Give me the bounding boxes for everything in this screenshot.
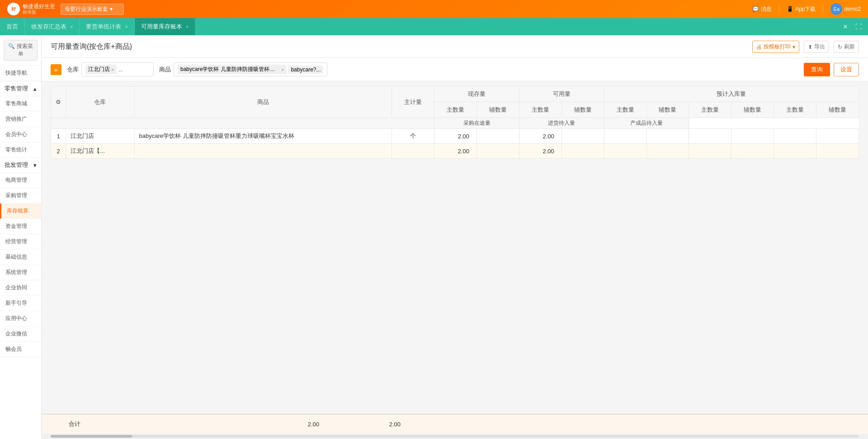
avatar: Ea — [830, 3, 842, 15]
search-menu-btn[interactable]: 🔍 搜索菜单 — [4, 40, 38, 61]
row1-purchase-main — [604, 129, 646, 144]
tab-inventory[interactable]: 可用量库存账本 × — [135, 18, 195, 35]
sidebar-item-newbie[interactable]: 新手引导 — [0, 296, 41, 311]
col-settings-header[interactable]: ⚙ — [51, 86, 66, 118]
chevron-down-icon: ▾ — [33, 162, 37, 169]
edition-label: 标准版 — [23, 9, 55, 15]
row2-product — [134, 144, 392, 159]
export-icon: ⬆ — [808, 44, 812, 50]
product-tag1: babycare学饮杯 儿童防摔防撞吸管杯重力球吸嘴杯宝宝水杯 × — [178, 65, 287, 74]
sidebar-item-system[interactable]: 系统管理 — [0, 265, 41, 280]
col-avail-sub-header: 辅数量 — [561, 102, 604, 118]
chevron-up-icon: ▴ — [33, 85, 37, 92]
col-avail-main-header: 主数量 — [519, 102, 561, 118]
row1-production-sub — [816, 129, 859, 144]
refresh-btn[interactable]: ↻ 刷新 — [834, 41, 859, 53]
close-receipts-icon[interactable]: × — [70, 24, 73, 29]
maximize-icon[interactable]: ⛶ — [853, 22, 864, 32]
row1-avail-sub — [561, 129, 604, 144]
sidebar-item-wholesale[interactable]: 批发管理 ▾ — [0, 158, 41, 173]
summary-table: 合计 2.00 2.00 — [51, 418, 859, 430]
col-current-stock-header: 现存量 — [434, 86, 519, 102]
scrollbar-thumb[interactable] — [51, 435, 132, 438]
close-inventory-icon[interactable]: × — [186, 24, 189, 29]
phone-icon: 📱 — [787, 6, 793, 12]
divider — [779, 5, 779, 13]
product-tag2: babycare?... — [288, 66, 323, 74]
row1-product: babycare学饮杯 儿童防摔防撞吸管杯重力球吸嘴杯宝宝水杯 — [134, 129, 392, 144]
top-bar-left: 好 畅捷通好生意 标准版 母婴行业演示账套 ▾ — [7, 3, 124, 15]
table-row: 1 江北门店 babycare学饮杯 儿童防摔防撞吸管杯重力球吸嘴杯宝宝水杯 个… — [51, 129, 859, 144]
gear-icon: ⚙ — [56, 99, 61, 105]
sidebar-item-basics[interactable]: 基础信息 — [0, 250, 41, 265]
settings-button[interactable]: 设置 — [834, 63, 859, 76]
nav-tabs: 首页 收发存汇总表 × 要货单统计表 × 可用量库存账本 × ✕ ⛶ — [0, 18, 868, 35]
tab-home[interactable]: 首页 — [0, 18, 25, 35]
row2-avail-sub — [561, 144, 604, 159]
row2-production-sub — [816, 144, 859, 159]
row1-index: 1 — [51, 129, 66, 144]
col-incoming-main-header: 主数量 — [689, 102, 731, 118]
sidebar-item-marketing[interactable]: 营销推广 — [0, 112, 41, 127]
export-btn[interactable]: ⬆ 导出 — [804, 41, 829, 53]
row2-avail-main: 2.00 — [519, 144, 561, 159]
production-label: 产成品待入量 — [604, 118, 689, 129]
sidebar-item-apps[interactable]: 应用中心 — [0, 311, 41, 326]
tab-receipts[interactable]: 收发存汇总表 × — [25, 18, 80, 35]
sidebar-item-retail-stats[interactable]: 零售统计 — [0, 142, 41, 158]
product-input[interactable]: babycare学饮杯 儿童防摔防撞吸管杯重力球吸嘴杯宝宝水杯 × babyca… — [174, 62, 327, 76]
incoming-label: 进货待入量 — [519, 118, 604, 129]
sidebar-item-quick-nav[interactable]: 快捷导航 — [0, 66, 41, 81]
page-header-actions: 🖨 按模板打印 ▾ ⬆ 导出 ↻ 刷新 — [752, 41, 859, 53]
row2-incoming-sub — [731, 144, 774, 159]
logo-text: 畅捷通好生意 标准版 — [23, 3, 55, 15]
sidebar-item-retail[interactable]: 零售管理 ▴ — [0, 81, 41, 96]
warehouse-input[interactable]: 江北门店 × ... — [81, 62, 154, 76]
close-orders-icon[interactable]: × — [125, 24, 127, 29]
warehouse-more[interactable]: ... — [118, 66, 123, 73]
filter-expand-btn[interactable]: » — [51, 64, 61, 75]
print-template-btn[interactable]: 🖨 按模板打印 ▾ — [752, 41, 799, 53]
table-area: ⚙ 仓库 商品 主计量 现存量 可用量 预计入库量 主数量 辅数量 主数量 辅数… — [42, 81, 868, 414]
sidebar-item-members[interactable]: 会员中心 — [0, 127, 41, 142]
sidebar-item-finance[interactable]: 资金管理 — [0, 219, 41, 234]
message-icon: 💬 — [752, 6, 759, 12]
query-button[interactable]: 查询 — [804, 63, 830, 76]
row2-unit — [392, 144, 434, 159]
tab-orders[interactable]: 要货单统计表 × — [80, 18, 134, 35]
sidebar: 🔍 搜索菜单 快捷导航 零售管理 ▴ 零售商城 营销推广 会员中心 零售统计 批… — [0, 35, 42, 439]
sidebar-item-collab[interactable]: 企业协同 — [0, 280, 41, 296]
row1-incoming-sub — [731, 129, 774, 144]
remove-warehouse-icon[interactable]: × — [111, 67, 114, 72]
main-layout: 🔍 搜索菜单 快捷导航 零售管理 ▴ 零售商城 营销推广 会员中心 零售统计 批… — [0, 35, 868, 439]
row2-current-sub — [477, 144, 519, 159]
table-row: 2 江北门店【... 2.00 2.00 — [51, 144, 859, 159]
close-window-icon[interactable]: ✕ — [840, 22, 851, 32]
sidebar-item-wechat[interactable]: 企业微信 — [0, 326, 41, 342]
user-area[interactable]: Ea demo2 — [830, 3, 861, 15]
remove-product1-icon[interactable]: × — [281, 67, 284, 72]
sidebar-item-inventory[interactable]: 库存核算 — [0, 203, 41, 219]
content-area: 可用量查询(按仓库+商品) 🖨 按模板打印 ▾ ⬆ 导出 ↻ 刷新 — [42, 35, 868, 439]
message-btn[interactable]: 💬 消息 — [752, 5, 772, 13]
sidebar-item-vip[interactable]: 畅会员 — [0, 342, 41, 357]
sidebar-item-ecommerce[interactable]: 电商管理 — [0, 173, 41, 188]
row2-production-main — [774, 144, 816, 159]
summary-bar: 合计 2.00 2.00 — [42, 414, 868, 434]
nav-window-actions: ✕ ⛶ — [840, 22, 868, 32]
col-current-sub-header: 辅数量 — [477, 102, 519, 118]
sidebar-item-operations[interactable]: 经营管理 — [0, 234, 41, 250]
row1-unit: 个 — [392, 129, 434, 144]
col-available-header: 可用量 — [519, 86, 604, 102]
page-header: 可用量查询(按仓库+商品) 🖨 按模板打印 ▾ ⬆ 导出 ↻ 刷新 — [42, 35, 868, 58]
row1-avail-main: 2.00 — [519, 129, 561, 144]
planned-sub-header-label — [51, 118, 434, 129]
sidebar-item-retail-shop[interactable]: 零售商城 — [0, 96, 41, 112]
industry-selector[interactable]: 母婴行业演示账套 ▾ — [61, 4, 124, 15]
sidebar-item-purchase[interactable]: 采购管理 — [0, 188, 41, 203]
summary-label: 合计 — [64, 418, 109, 430]
app-download-btn[interactable]: 📱 App下载 — [787, 5, 816, 13]
product-label: 商品 — [159, 66, 171, 74]
scrollbar-track[interactable] — [51, 435, 859, 438]
print-icon: 🖨 — [756, 44, 762, 50]
